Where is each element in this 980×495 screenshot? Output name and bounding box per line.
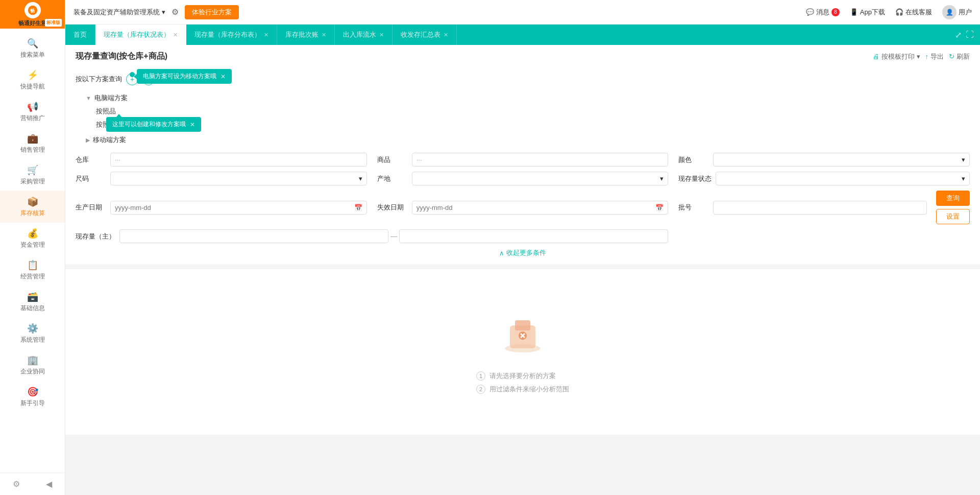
tab-fullscreen-icon[interactable]: ⛶: [966, 30, 974, 39]
page-actions: 🖨 按模板打印 ▾ ↑ 导出 ↻ 刷新: [873, 52, 970, 61]
close-tab-receive-dispatch[interactable]: ✕: [444, 32, 448, 38]
page-title-row: 现存量查询(按仓库+商品) 🖨 按模板打印 ▾ ↑ 导出 ↻ 刷新: [76, 51, 970, 67]
scheme-tree-mobile[interactable]: ▶ 移动端方案: [86, 133, 128, 147]
sidebar-item-enterprise[interactable]: 🏢 企业协同: [0, 349, 65, 381]
sidebar-item-label: 基础信息: [20, 304, 45, 313]
close-tooltip-scheme[interactable]: ✕: [220, 73, 226, 80]
prod-date-text[interactable]: [115, 204, 354, 211]
size-select[interactable]: ▾: [110, 172, 367, 185]
tab-inventory-dist-label: 现存量（库存分布表）: [194, 30, 261, 39]
inv-main-label: 现存量（主）: [76, 232, 115, 241]
tab-batch-ledger[interactable]: 库存批次账 ✕: [277, 25, 335, 45]
inv-status-dropdown-icon: ▾: [962, 175, 965, 182]
set-btn[interactable]: 设置: [936, 209, 970, 224]
user-menu[interactable]: 👤 用户: [942, 5, 972, 19]
tooltip-create-text: 这里可以创建和修改方案哦: [112, 120, 186, 129]
empty-state: 1 请先选择要分析的方案 2 用过滤条件来缩小分析范围: [65, 269, 980, 435]
tab-receive-dispatch[interactable]: 收发存汇总表 ✕: [393, 25, 457, 45]
settings-bottom-btn[interactable]: ⚙: [13, 479, 20, 489]
exp-date-label: 失效日期: [377, 203, 408, 212]
calendar-icon[interactable]: 📅: [354, 204, 362, 211]
color-select[interactable]: ▾: [713, 153, 970, 167]
sidebar-item-base[interactable]: 🗃️ 基础信息: [0, 286, 65, 318]
header-settings-icon[interactable]: ⚙: [172, 7, 179, 17]
goods-select[interactable]: ···: [412, 153, 669, 167]
scheme-tree-desktop[interactable]: ▼ 电脑端方案: [86, 91, 128, 105]
refresh-btn[interactable]: ↻ 刷新: [949, 52, 970, 61]
base-icon: 🗃️: [27, 291, 38, 302]
filter-goods: 商品 ···: [377, 153, 669, 167]
logo-icon: 畅: [24, 2, 41, 18]
sidebar-item-marketing[interactable]: 📢 营销推广: [0, 96, 65, 128]
close-tab-inventory-status[interactable]: ✕: [173, 32, 178, 38]
sidebar-item-search[interactable]: 🔍 搜索菜单: [0, 33, 65, 64]
sidebar-item-guide[interactable]: 🎯 新手引导: [0, 381, 65, 413]
sidebar-item-finance[interactable]: 💰 资金管理: [0, 223, 65, 254]
origin-select[interactable]: ▾: [412, 172, 669, 185]
inventory-icon: 📦: [27, 196, 38, 207]
sidebar-item-quick-nav[interactable]: ⚡ 快捷导航: [0, 64, 65, 96]
tip-text-1: 请先选择要分析的方案: [489, 371, 556, 381]
system-selector[interactable]: 装备及固定资产辅助管理系统 ▾: [74, 8, 165, 17]
batch-no-input[interactable]: [713, 201, 927, 215]
print-template-btn[interactable]: 🖨 按模板打印 ▾: [873, 52, 920, 61]
app-download-btn[interactable]: 📱 App下载: [850, 8, 885, 17]
inv-main-to[interactable]: [399, 229, 668, 243]
exp-date-text[interactable]: [416, 204, 656, 211]
filter-warehouse: 仓库 ···: [76, 153, 367, 167]
close-tooltip-create[interactable]: ✕: [190, 121, 195, 128]
sidebar-item-sales[interactable]: 💼 销售管理: [0, 128, 65, 159]
scheme-tree-item-1[interactable]: 按照品: [96, 105, 128, 118]
service-icon: 🎧: [895, 8, 903, 16]
search-btn[interactable]: 查询: [936, 191, 970, 206]
tooltip-scheme-text: 电脑方案可设为移动方案哦: [143, 72, 216, 81]
logo-label: 畅通好生意: [18, 19, 46, 27]
collapse-row[interactable]: ∧ 收起更多条件: [76, 243, 970, 261]
svg-text:畅: 畅: [30, 8, 34, 13]
export-btn[interactable]: ↑ 导出: [925, 52, 944, 61]
tab-home[interactable]: 首页: [65, 25, 95, 45]
empty-icon: [497, 310, 548, 361]
purchase-icon: 🛒: [27, 164, 38, 176]
filter-inventory-status: 现存量状态 ▾: [678, 172, 970, 185]
tab-inout-flow[interactable]: 出入库流水 ✕: [335, 25, 393, 45]
tab-inventory-status[interactable]: 现存量（库存状况表） ✕: [95, 25, 186, 45]
inv-main-from[interactable]: [119, 229, 388, 243]
sidebar-item-purchase[interactable]: 🛒 采购管理: [0, 159, 65, 191]
collapse-up-icon: ∧: [499, 249, 504, 257]
sidebar-item-label: 经营管理: [20, 272, 45, 281]
enterprise-icon: 🏢: [27, 355, 38, 366]
inv-status-select[interactable]: ▾: [716, 172, 970, 185]
sidebar-item-inventory[interactable]: 📦 库存核算: [0, 191, 65, 223]
sidebar-item-label: 营销推广: [20, 114, 45, 123]
sidebar-item-label: 资金管理: [20, 241, 45, 249]
tab-maximize-icon[interactable]: ⤢: [955, 30, 962, 40]
sidebar-item-operation[interactable]: 📋 经营管理: [0, 254, 65, 286]
close-tab-inventory-dist[interactable]: ✕: [264, 32, 268, 38]
sidebar-item-system[interactable]: ⚙️ 系统管理: [0, 318, 65, 349]
tab-batch-ledger-label: 库存批次账: [285, 30, 318, 39]
search-icon: 🔍: [27, 38, 38, 49]
industry-btn[interactable]: 体验行业方案: [185, 5, 239, 19]
production-date-input[interactable]: 📅: [110, 201, 367, 215]
color-label: 颜色: [678, 155, 709, 164]
tab-inventory-status-label: 现存量（库存状况表）: [104, 30, 170, 39]
expiry-date-input[interactable]: 📅: [412, 201, 669, 215]
collapse-btn[interactable]: ◀: [46, 479, 52, 489]
tab-inventory-dist[interactable]: 现存量（库存分布表） ✕: [186, 25, 277, 45]
notice-btn[interactable]: 💬 消息 8: [806, 8, 840, 17]
filter-color: 颜色 ▾: [678, 153, 970, 167]
warehouse-select[interactable]: ···: [110, 153, 367, 167]
quicknav-icon: ⚡: [27, 69, 38, 81]
online-service-btn[interactable]: 🎧 在线客服: [895, 8, 932, 17]
page-title: 现存量查询(按仓库+商品): [76, 51, 167, 62]
expiry-calendar-icon[interactable]: 📅: [655, 204, 664, 211]
desktop-expand-icon: ▼: [86, 95, 91, 101]
filter-fields: 仓库 ··· 商品 ··· 颜色: [76, 153, 970, 243]
close-tab-batch-ledger[interactable]: ✕: [322, 32, 326, 38]
close-tab-inout-flow[interactable]: ✕: [379, 32, 384, 38]
empty-tips: 1 请先选择要分析的方案 2 用过滤条件来缩小分析范围: [476, 371, 569, 394]
sidebar-bottom: ⚙ ◀: [0, 473, 65, 495]
operation-icon: 📋: [27, 260, 38, 271]
batch-label: 批号: [678, 203, 709, 212]
